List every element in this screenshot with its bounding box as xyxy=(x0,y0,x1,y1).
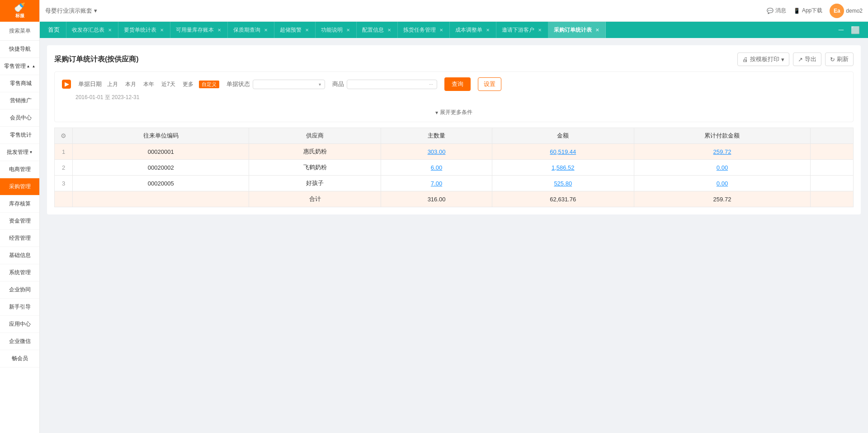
tab-yaohuodang[interactable]: 要货单统计表 ✕ xyxy=(118,22,170,38)
shortcut-last-month[interactable]: 上月 xyxy=(104,80,121,89)
sidebar-item-system[interactable]: 系统管理 xyxy=(0,264,39,281)
shortcut-this-year[interactable]: 本年 xyxy=(141,80,157,89)
retail-arrow-icon: ▲ xyxy=(27,64,30,68)
row1-paid: 259.72 xyxy=(634,144,810,160)
tab-chaochu[interactable]: 超储预警 ✕ xyxy=(274,22,316,38)
expand-more-btn[interactable]: ▾ 展开更多条件 xyxy=(435,109,472,116)
sidebar-item-retail-mall[interactable]: 零售商城 xyxy=(0,75,39,92)
row3-code: 00020005 xyxy=(73,176,249,191)
user-initials: Ea xyxy=(834,8,840,14)
goods-more-icon: ··· xyxy=(429,82,433,87)
settings-icon[interactable]: ⚙ xyxy=(61,132,66,139)
tab-baozhiqi-label: 保质期查询 xyxy=(233,26,260,34)
sidebar-item-purchase[interactable]: 采购管理 xyxy=(0,178,39,195)
row1-index: 1 xyxy=(55,144,73,160)
col-extra xyxy=(811,128,854,144)
print-icon: 🖨 xyxy=(742,56,748,63)
tab-shoufacun[interactable]: 收发存汇总表 ✕ xyxy=(66,22,118,38)
tab-minimize-btn[interactable]: ─ xyxy=(836,25,846,35)
sidebar-item-operation[interactable]: 经营管理 xyxy=(0,230,39,247)
filter-expand-btn[interactable]: ▶ xyxy=(62,80,71,89)
tab-yaoqing-close[interactable]: ✕ xyxy=(537,27,542,33)
home-label: 首页 xyxy=(48,26,60,34)
footer-amount: 62,631.76 xyxy=(492,191,634,207)
tab-shoufacun-close[interactable]: ✕ xyxy=(107,27,113,33)
user-name: demo2 xyxy=(846,8,863,14)
template-print-button[interactable]: 🖨 按模板打印 ▾ xyxy=(737,52,789,66)
sidebar-item-newbie[interactable]: 新手引导 xyxy=(0,299,39,316)
tab-chengben[interactable]: 成本调整单 ✕ xyxy=(450,22,496,38)
workspace-name: 母婴行业演示账套 xyxy=(45,7,92,15)
page-title: 采购订单统计表(按供应商) xyxy=(54,55,139,64)
tab-gongneng[interactable]: 功能说明 ✕ xyxy=(316,22,357,38)
expand-more-row: ▾ 展开更多条件 xyxy=(62,105,846,116)
sidebar-item-quick[interactable]: 快捷导航 xyxy=(0,41,39,58)
table-row: 1 00020001 惠氏奶粉 303.00 60,519.44 259.72 xyxy=(55,144,854,160)
tab-yaoqing[interactable]: 邀请下游客户 ✕ xyxy=(496,22,548,38)
sidebar-item-member[interactable]: 会员中心 xyxy=(0,109,39,127)
query-button[interactable]: 查询 xyxy=(444,77,471,91)
tab-zhuohuo[interactable]: 拣货任务管理 ✕ xyxy=(398,22,450,38)
tab-yaohuodang-close[interactable]: ✕ xyxy=(159,27,165,33)
col-quantity-header: 主数量 xyxy=(381,128,492,144)
sidebar-item-basic[interactable]: 基础信息 xyxy=(0,247,39,264)
workspace-selector[interactable]: 母婴行业演示账套 ▾ xyxy=(45,7,97,15)
tab-zhuohuo-close[interactable]: ✕ xyxy=(439,27,444,33)
sidebar-item-vip[interactable]: 畅会员 xyxy=(0,350,39,367)
export-button[interactable]: ↗ 导出 xyxy=(793,52,821,66)
tab-keyongliang[interactable]: 可用量库存账本 ✕ xyxy=(170,22,228,38)
message-btn[interactable]: 💬 消息 xyxy=(767,7,786,14)
sidebar-item-finance[interactable]: 资金管理 xyxy=(0,213,39,230)
avatar: Ea xyxy=(830,4,844,18)
topbar-right: 💬 消息 📱 App下载 Ea demo2 xyxy=(767,4,863,18)
row2-extra xyxy=(811,160,854,176)
tab-keyongliang-close[interactable]: ✕ xyxy=(217,27,222,33)
row3-supplier: 好孩子 xyxy=(249,176,381,191)
tab-maximize-btn[interactable]: ⬜ xyxy=(848,25,863,35)
col-code-header: 往来单位编码 xyxy=(73,128,249,144)
tab-caigou[interactable]: 采购订单统计表 ✕ xyxy=(548,22,606,38)
sidebar-item-wechat[interactable]: 企业微信 xyxy=(0,333,39,350)
tab-baozhiqi-close[interactable]: ✕ xyxy=(263,27,269,33)
sidebar-item-retail-stats[interactable]: 零售统计 xyxy=(0,127,39,144)
page-actions: 🖨 按模板打印 ▾ ↗ 导出 ↻ 刷新 xyxy=(737,52,854,66)
page-card: 采购订单统计表(按供应商) 🖨 按模板打印 ▾ ↗ 导出 ↻ 刷新 xyxy=(47,45,861,214)
app-download-btn[interactable]: 📱 App下载 xyxy=(793,7,822,14)
date-filter-label: 单据日期 xyxy=(78,80,102,88)
tab-baozhiqi[interactable]: 保质期查询 ✕ xyxy=(228,22,274,38)
sidebar-item-search[interactable]: 搜索菜单 xyxy=(0,22,39,41)
search-menu-label[interactable]: 搜索菜单 xyxy=(3,25,37,37)
shortcut-this-month[interactable]: 本月 xyxy=(123,80,139,89)
sidebar-item-marketing[interactable]: 营销推广 xyxy=(0,92,39,109)
user-menu[interactable]: Ea demo2 xyxy=(830,4,863,18)
tab-peizhi-close[interactable]: ✕ xyxy=(387,27,392,33)
shortcut-more[interactable]: 更多 xyxy=(180,80,196,89)
expand-more-label: 展开更多条件 xyxy=(440,109,472,116)
goods-select[interactable]: ··· xyxy=(347,80,437,89)
tab-chaochu-label: 超储预警 xyxy=(280,26,302,34)
sidebar-item-appstore[interactable]: 应用中心 xyxy=(0,316,39,333)
custom-date-tag[interactable]: 自定义 xyxy=(199,81,219,88)
tab-peizhi-label: 配置信息 xyxy=(362,26,384,34)
sidebar-item-ecom[interactable]: 电商管理 xyxy=(0,161,39,178)
tab-chengben-close[interactable]: ✕ xyxy=(485,27,491,33)
sidebar-item-enterprise[interactable]: 企业协同 xyxy=(0,281,39,299)
refresh-button[interactable]: ↻ 刷新 xyxy=(825,52,854,66)
tab-gongneng-close[interactable]: ✕ xyxy=(345,27,351,33)
settings-button[interactable]: 设置 xyxy=(478,77,501,91)
tabs-nav: 首页 收发存汇总表 ✕ 要货单统计表 ✕ 可用量库存账本 ✕ 保质期查询 ✕ 超… xyxy=(40,22,868,38)
tab-caigou-close[interactable]: ✕ xyxy=(594,27,600,33)
tab-home[interactable]: 首页 xyxy=(42,22,66,38)
tab-yaoqing-label: 邀请下游客户 xyxy=(502,26,534,34)
filter-row-1: ▶ 单据日期 上月 本月 本年 近7天 更多 自定义 xyxy=(62,77,846,91)
tab-shoufacun-label: 收发存汇总表 xyxy=(72,26,104,34)
page-header: 采购订单统计表(按供应商) 🖨 按模板打印 ▾ ↗ 导出 ↻ 刷新 xyxy=(54,52,854,66)
date-range-display: 2016-01-01 至 2023-12-31 xyxy=(62,94,846,101)
sidebar-item-inventory[interactable]: 库存核算 xyxy=(0,195,39,213)
sidebar-item-retail[interactable]: 零售管理 ▲ xyxy=(0,58,39,75)
tab-chaochu-close[interactable]: ✕ xyxy=(304,27,310,33)
sidebar-item-batch[interactable]: 批发管理 ▼ xyxy=(0,144,39,161)
tab-peizhi[interactable]: 配置信息 ✕ xyxy=(357,22,398,38)
status-select[interactable]: ▾ xyxy=(253,80,325,89)
shortcut-7days[interactable]: 近7天 xyxy=(159,80,178,89)
